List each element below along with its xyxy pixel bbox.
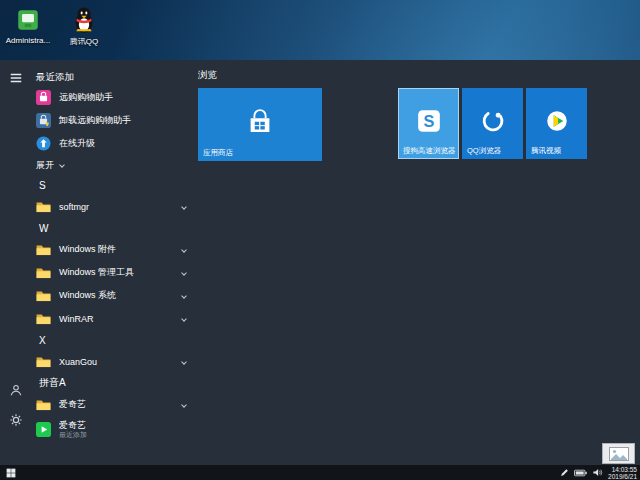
app-folder-item[interactable]: Windows 附件 — [30, 238, 198, 261]
tencent-video-icon — [526, 96, 587, 145]
qq-browser-icon — [462, 96, 523, 145]
app-item[interactable]: 卸载远购购物助手 — [30, 109, 198, 132]
app-item[interactable]: 在线升级 — [30, 132, 198, 155]
hamburger-icon[interactable] — [7, 69, 25, 87]
app-item[interactable]: 爱奇艺 最近添加 — [30, 416, 198, 443]
system-tray: 14:03:55 2019/6/21 — [560, 466, 640, 480]
start-menu-rail — [0, 60, 30, 465]
app-item-label: 卸载远购购物助手 — [59, 114, 131, 127]
letter-header-x[interactable]: X — [30, 330, 198, 350]
letter-header-w[interactable]: W — [30, 218, 198, 238]
tile-qq-browser[interactable]: QQ浏览器 — [462, 88, 523, 159]
qq-icon — [70, 6, 98, 34]
app-item-label: Windows 附件 — [59, 243, 116, 256]
tile-label: 搜狗高速浏览器 — [403, 146, 456, 156]
chevron-down-icon — [59, 162, 65, 168]
iqiyi-icon — [36, 422, 51, 437]
start-app-list: 最近添加 远购购物助手 卸载远购购物助手 在线升级 展开 S — [30, 60, 198, 465]
windows-logo-icon — [6, 468, 16, 478]
user-icon[interactable] — [7, 381, 25, 399]
app-item-label: Windows 管理工具 — [59, 266, 134, 279]
app-folder-item[interactable]: XuanGou — [30, 350, 198, 373]
store-icon — [198, 96, 322, 147]
desktop-icon-qq[interactable]: 腾讯QQ — [60, 6, 108, 47]
start-menu: 最近添加 远购购物助手 卸载远购购物助手 在线升级 展开 S — [0, 60, 640, 465]
app-folder-item[interactable]: softmgr — [30, 195, 198, 218]
gear-icon[interactable] — [7, 411, 25, 429]
svg-text:S: S — [423, 111, 434, 129]
folder-icon — [36, 397, 51, 412]
tile-sogou-browser[interactable]: S 搜狗高速浏览器 — [398, 88, 459, 159]
tile-label: 应用商店 — [203, 148, 233, 158]
app-item-label: 远购购物助手 — [59, 91, 113, 104]
administrator-icon — [14, 6, 42, 34]
folder-icon — [36, 354, 51, 369]
clock-date: 2019/6/21 — [608, 473, 637, 480]
battery-icon[interactable] — [574, 469, 587, 477]
tile-tencent-video[interactable]: 腾讯视频 — [526, 88, 587, 159]
chevron-down-icon — [181, 316, 187, 322]
expand-button[interactable]: 展开 — [30, 155, 198, 175]
chevron-down-icon — [181, 402, 187, 408]
taskbar: 14:03:55 2019/6/21 — [0, 465, 640, 480]
desktop-icon-administrator[interactable]: Administra... — [4, 6, 52, 47]
chevron-down-icon — [181, 293, 187, 299]
app-item-label: 爱奇艺 — [59, 420, 87, 430]
desktop-icon-label: Administra... — [6, 36, 50, 45]
start-tiles-area: 浏览 应用商店 S 搜狗高速浏览器 — [196, 60, 640, 465]
app-item[interactable]: 远购购物助手 — [30, 86, 198, 109]
desktop-icon-label: 腾讯QQ — [70, 36, 98, 47]
letter-header-s[interactable]: S — [30, 175, 198, 195]
uninstall-shopping-icon — [36, 113, 51, 128]
app-item-label: WinRAR — [59, 314, 94, 324]
folder-icon — [36, 288, 51, 303]
app-item-label: softmgr — [59, 202, 89, 212]
folder-icon — [36, 265, 51, 280]
tile-group-label[interactable]: 浏览 — [198, 69, 217, 82]
clock-time: 14:03:55 — [608, 466, 637, 473]
app-folder-item[interactable]: 爱奇艺 — [30, 393, 198, 416]
recent-header: 最近添加 — [30, 68, 198, 86]
picture-icon — [609, 447, 629, 461]
start-button[interactable] — [0, 465, 22, 480]
preview-thumbnail[interactable] — [602, 443, 635, 464]
app-folder-item[interactable]: Windows 系统 — [30, 284, 198, 307]
chevron-down-icon — [181, 204, 187, 210]
folder-icon — [36, 311, 51, 326]
chevron-down-icon — [181, 247, 187, 253]
app-item-label: 在线升级 — [59, 137, 95, 150]
tile-label: 腾讯视频 — [531, 146, 561, 156]
app-item-label: XuanGou — [59, 357, 97, 367]
online-update-icon — [36, 136, 51, 151]
speaker-icon[interactable] — [592, 468, 603, 477]
app-item-label: Windows 系统 — [59, 289, 116, 302]
pen-icon[interactable] — [560, 468, 569, 477]
chevron-down-icon — [181, 270, 187, 276]
app-item-label: 爱奇艺 — [59, 398, 86, 411]
expand-label: 展开 — [36, 159, 54, 172]
sogou-icon: S — [398, 96, 459, 145]
folder-icon — [36, 199, 51, 214]
tile-app-store[interactable]: 应用商店 — [198, 88, 322, 161]
desktop-icon-area: Administra... 腾讯QQ — [4, 6, 108, 47]
pink-shopping-icon — [36, 90, 51, 105]
app-folder-item[interactable]: WinRAR — [30, 307, 198, 330]
app-folder-item[interactable]: Windows 管理工具 — [30, 261, 198, 284]
folder-icon — [36, 242, 51, 257]
letter-header-pinyin-a[interactable]: 拼音A — [30, 373, 198, 393]
tile-label: QQ浏览器 — [467, 146, 501, 156]
chevron-down-icon — [181, 359, 187, 365]
app-item-subtitle: 最近添加 — [59, 430, 87, 440]
taskbar-clock[interactable]: 14:03:55 2019/6/21 — [608, 466, 637, 480]
